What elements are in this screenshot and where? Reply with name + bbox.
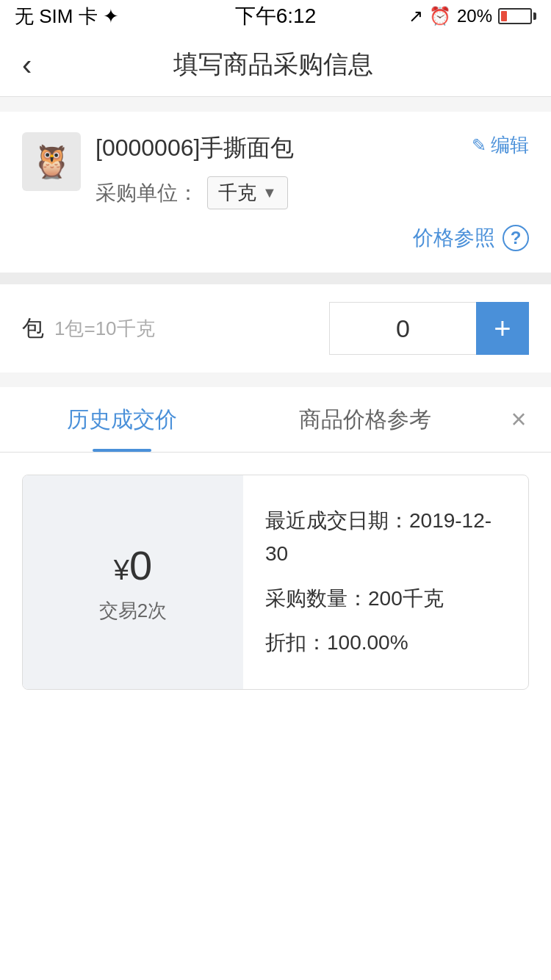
quantity-input[interactable] <box>329 302 476 355</box>
product-thumbnail: 🦉 <box>22 132 81 191</box>
discount-row: 折扣：100.00% <box>265 627 506 660</box>
price-ref-row: 价格参照 ? <box>22 224 529 252</box>
quantity-detail-label: 采购数量： <box>265 587 368 610</box>
tabs-close-button[interactable]: × <box>486 387 551 452</box>
discount-label: 折扣： <box>265 631 327 654</box>
quantity-left: 包 1包=10千克 <box>22 314 155 344</box>
edit-button[interactable]: ✎ 编辑 <box>472 132 529 158</box>
quantity-unit-tag: 包 <box>22 314 44 344</box>
quantity-row: 包 1包=10千克 + <box>0 284 551 372</box>
product-info: [0000006]手撕面包 采购单位： 千克 ▼ <box>96 132 294 209</box>
quantity-detail-row: 采购数量：200千克 <box>265 583 506 616</box>
price-amount: ¥0 <box>114 541 152 589</box>
edit-icon: ✎ <box>472 135 486 156</box>
recent-date-row: 最近成交日期：2019-12-30 <box>265 505 506 571</box>
price-value: 0 <box>129 542 152 588</box>
quantity-plus-button[interactable]: + <box>476 302 529 355</box>
product-header: 🦉 [0000006]手撕面包 采购单位： 千克 ▼ ✎ 编辑 <box>22 132 529 209</box>
product-section: 🦉 [0000006]手撕面包 采购单位： 千克 ▼ ✎ 编辑 价格参照 <box>0 112 551 273</box>
price-card-container: ¥0 交易2次 最近成交日期：2019-12-30 采购数量：200千克 折扣：… <box>0 453 551 712</box>
unit-value: 千克 <box>218 180 256 206</box>
status-time: 下午6:12 <box>235 2 317 30</box>
status-left: 无 SIM 卡 ✦ <box>15 4 119 29</box>
location-icon: ↗ <box>408 6 423 26</box>
currency-symbol: ¥ <box>114 555 129 586</box>
page-title: 填写商品采购信息 <box>46 48 500 82</box>
product-name: [0000006]手撕面包 <box>96 132 294 165</box>
quantity-hint: 1包=10千克 <box>54 316 155 342</box>
quantity-detail-value: 200千克 <box>368 587 444 610</box>
product-left: 🦉 [0000006]手撕面包 采购单位： 千克 ▼ <box>22 132 294 209</box>
product-unit-row: 采购单位： 千克 ▼ <box>96 176 294 209</box>
status-bar: 无 SIM 卡 ✦ 下午6:12 ↗ ⏰ 20% <box>0 0 551 32</box>
price-ref-link[interactable]: 价格参照 <box>413 224 495 252</box>
dropdown-arrow-icon: ▼ <box>262 184 277 201</box>
tab-history-price-label: 历史成交价 <box>67 405 177 435</box>
nav-bar: ‹ 填写商品采购信息 <box>0 32 551 97</box>
product-logo-icon: 🦉 <box>32 143 72 181</box>
sim-label: 无 SIM 卡 ✦ <box>15 4 119 29</box>
back-button[interactable]: ‹ <box>22 50 32 79</box>
edit-label: 编辑 <box>491 132 529 158</box>
battery-percent: 20% <box>457 6 492 26</box>
trade-count: 交易2次 <box>99 598 167 624</box>
section-divider <box>0 273 551 284</box>
tab-history-price[interactable]: 历史成交价 <box>0 387 243 452</box>
tab-product-price-ref-label: 商品价格参考 <box>299 405 431 435</box>
status-right: ↗ ⏰ 20% <box>408 6 536 26</box>
alarm-icon: ⏰ <box>429 6 451 26</box>
discount-value: 100.00% <box>327 631 408 654</box>
tabs-header: 历史成交价 商品价格参考 × <box>0 387 551 453</box>
bottom-area <box>0 712 551 980</box>
recent-date-label: 最近成交日期： <box>265 509 409 532</box>
battery-icon <box>498 8 536 24</box>
price-card-right: 最近成交日期：2019-12-30 采购数量：200千克 折扣：100.00% <box>243 475 528 689</box>
unit-label: 采购单位： <box>96 179 198 207</box>
unit-select[interactable]: 千克 ▼ <box>207 176 288 209</box>
tab-underline <box>93 449 151 452</box>
price-card-left: ¥0 交易2次 <box>23 475 243 689</box>
tabs-section: 历史成交价 商品价格参考 × ¥0 交易2次 最近成交日期：2019-12-30… <box>0 387 551 712</box>
price-card: ¥0 交易2次 最近成交日期：2019-12-30 采购数量：200千克 折扣：… <box>22 475 529 690</box>
help-icon[interactable]: ? <box>503 225 529 251</box>
tab-product-price-ref[interactable]: 商品价格参考 <box>243 387 486 452</box>
quantity-right: + <box>329 302 529 355</box>
